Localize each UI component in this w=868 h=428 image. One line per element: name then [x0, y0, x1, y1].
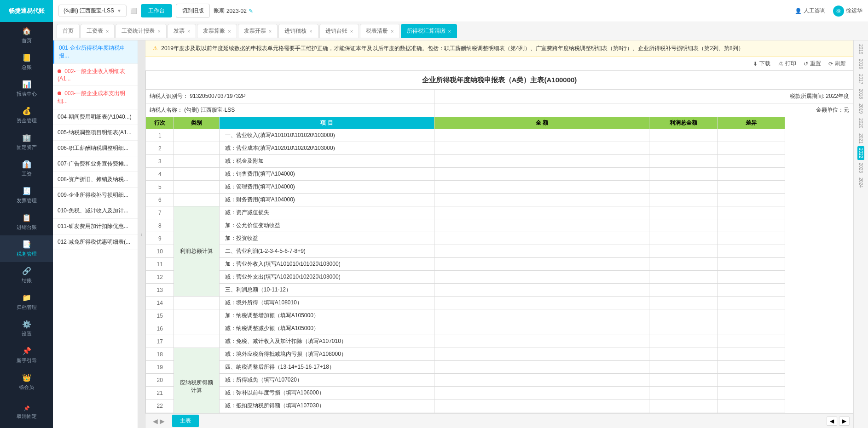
row-profit — [649, 387, 718, 399]
row-amount[interactable] — [434, 322, 649, 335]
row-amount[interactable] — [434, 168, 649, 181]
tab-salary-stats[interactable]: 工资统计报表 × — [116, 24, 166, 38]
scroll-left-icon[interactable]: ◀ — [827, 417, 837, 426]
service-button[interactable]: 👤 人工咨询 — [795, 7, 826, 15]
collapse-button[interactable]: ‹ — [138, 40, 145, 428]
sidebar-item-invoice[interactable]: 🧾 发票管理 — [0, 182, 53, 209]
year-2022[interactable]: 2022 — [857, 146, 864, 160]
left-panel-item-008[interactable]: 008-资产折旧、摊销及纳税... — [53, 172, 138, 188]
next-sheet-arrow[interactable]: ▶ — [160, 417, 165, 425]
left-panel-item-009[interactable]: 009-企业所得税补亏损明细... — [53, 188, 138, 203]
row-amount[interactable] — [434, 206, 649, 219]
user-profile[interactable]: 徐 徐运华 — [833, 6, 862, 17]
row-amount[interactable] — [434, 219, 649, 232]
scroll-right-icon[interactable]: ▶ — [839, 417, 850, 426]
sidebar-item-settlement[interactable]: 🔗 结账 — [0, 262, 53, 289]
left-panel-item-001[interactable]: 001-企业所得税年度纳税申报... — [53, 40, 138, 64]
row-amount[interactable] — [434, 348, 649, 361]
year-2019-top[interactable]: 2019 — [857, 42, 864, 56]
row-amount[interactable] — [434, 142, 649, 155]
tab-purchase-check[interactable]: 进销稽核 × — [278, 24, 318, 38]
year-2023[interactable]: 2023 — [857, 161, 864, 175]
tab-close-icon[interactable]: × — [228, 29, 231, 34]
left-panel-item-005[interactable]: 005-纳税调整项目明细表(A1... — [53, 125, 138, 141]
year-2017[interactable]: 2017 — [857, 72, 864, 86]
year-2024[interactable]: 2024 — [857, 176, 864, 189]
row-amount[interactable] — [434, 361, 649, 374]
year-2019[interactable]: 2019 — [857, 102, 864, 115]
tab-home[interactable]: 首页 — [57, 24, 80, 38]
row-num: 14 — [146, 297, 174, 309]
year-2018[interactable]: 2018 — [857, 87, 864, 101]
row-amount[interactable] — [434, 271, 649, 284]
row-amount[interactable] — [434, 309, 649, 322]
left-panel-item-012[interactable]: 012-减免所得税优惠明细表(... — [53, 234, 138, 250]
tab-purchase-ledger[interactable]: 进销台账 × — [319, 24, 359, 38]
workbench-button[interactable]: 工作台 — [141, 4, 172, 17]
tab-invoice-calc[interactable]: 发票算账 × — [197, 24, 237, 38]
row-amount[interactable] — [434, 399, 649, 412]
sidebar-unpin-btn[interactable]: 📌 取消固定 — [2, 402, 51, 423]
tab-invoice-open[interactable]: 发票开票 × — [238, 24, 278, 38]
refresh-button[interactable]: ⟳ 刷新 — [828, 60, 846, 68]
row-amount[interactable] — [434, 284, 649, 297]
tab-close-icon[interactable]: × — [157, 29, 160, 34]
sidebar-item-ledger[interactable]: 📒 总账 — [0, 49, 53, 75]
left-panel-item-006[interactable]: 006-职工薪酬纳税调整明细... — [53, 141, 138, 156]
tab-close-icon[interactable]: × — [350, 29, 353, 34]
left-panel-item-010[interactable]: 010-免税、减计收入及加计... — [53, 203, 138, 219]
row-amount[interactable] — [434, 245, 649, 258]
row-amount[interactable] — [434, 232, 649, 245]
tab-close-icon[interactable]: × — [448, 29, 451, 34]
year-2016[interactable]: 2016 — [857, 57, 864, 71]
row-amount[interactable] — [434, 297, 649, 309]
left-panel-item-004[interactable]: 004-期间费用明细表(A1040...) — [53, 109, 138, 125]
row-amount[interactable] — [434, 181, 649, 194]
year-2020[interactable]: 2020 — [857, 116, 864, 130]
year-2021[interactable]: 2021 — [857, 131, 864, 145]
tab-salary[interactable]: 工资表 × — [81, 24, 115, 38]
download-button[interactable]: ⬇ 下载 — [753, 60, 770, 68]
edit-icon[interactable]: ✎ — [249, 8, 253, 14]
sidebar-item-member[interactable]: 👑 畅会员 — [0, 369, 53, 395]
tab-tax-list[interactable]: 税表清册 × — [360, 24, 399, 38]
row-item: 减：税金及附加 — [219, 155, 434, 168]
col-header-rownum: 行次 — [146, 117, 174, 129]
company-selector[interactable]: (勾删) 江西服宝-LSS ▼ — [58, 5, 127, 17]
tab-close-icon[interactable]: × — [309, 29, 312, 34]
row-amount[interactable] — [434, 387, 649, 399]
reset-button[interactable]: ↺ 重置 — [804, 60, 821, 68]
sidebar-item-salary[interactable]: 👔 工资 — [0, 155, 53, 182]
item-label: 004-期间费用明细表(A1040...) — [58, 114, 132, 120]
row-num: 18 — [146, 348, 174, 361]
print-button[interactable]: 🖨 打印 — [778, 60, 796, 68]
sidebar-item-tax[interactable]: 📑 税务管理 — [0, 235, 53, 262]
left-panel-item-003[interactable]: 003-一般企业成本支出明细... — [53, 86, 138, 109]
sheet-tab-main[interactable]: 主表 — [172, 415, 199, 427]
sidebar-item-purchases[interactable]: 📋 进销台账 — [0, 209, 53, 235]
sidebar-item-archive[interactable]: 📁 归档管理 — [0, 289, 53, 315]
sidebar-item-guide[interactable]: 📌 新手引导 — [0, 342, 53, 369]
tab-invoice[interactable]: 发票 × — [168, 24, 196, 38]
left-panel-item-002[interactable]: 002-一般企业收入明细表(A1... — [53, 64, 138, 86]
row-amount[interactable] — [434, 194, 649, 206]
prev-sheet-arrow[interactable]: ◀ — [153, 417, 158, 425]
oldversion-button[interactable]: 切到旧版 — [176, 4, 210, 18]
sidebar-item-home[interactable]: 🏠 首页 — [0, 22, 53, 49]
tab-close-icon[interactable]: × — [106, 29, 109, 34]
sidebar-item-assets[interactable]: 🏢 固定资产 — [0, 129, 53, 155]
row-amount[interactable] — [434, 335, 649, 348]
tab-close-icon[interactable]: × — [391, 29, 393, 34]
row-amount[interactable] — [434, 155, 649, 168]
tab-close-icon[interactable]: × — [269, 29, 272, 34]
sidebar-item-finance[interactable]: 💰 资金管理 — [0, 102, 53, 129]
left-panel-item-007[interactable]: 007-广告费和业务宣传费摊... — [53, 156, 138, 172]
sidebar-item-reports[interactable]: 📊 报表中心 — [0, 75, 53, 102]
sidebar-item-settings[interactable]: ⚙️ 设置 — [0, 315, 53, 342]
tab-close-icon[interactable]: × — [187, 29, 190, 34]
left-panel-item-011[interactable]: 011-研发费用加计扣除优惠... — [53, 219, 138, 234]
row-amount[interactable] — [434, 374, 649, 387]
row-amount[interactable] — [434, 129, 649, 142]
tab-income-tax[interactable]: 所得税汇算清缴 × — [401, 24, 457, 38]
row-amount[interactable] — [434, 258, 649, 271]
